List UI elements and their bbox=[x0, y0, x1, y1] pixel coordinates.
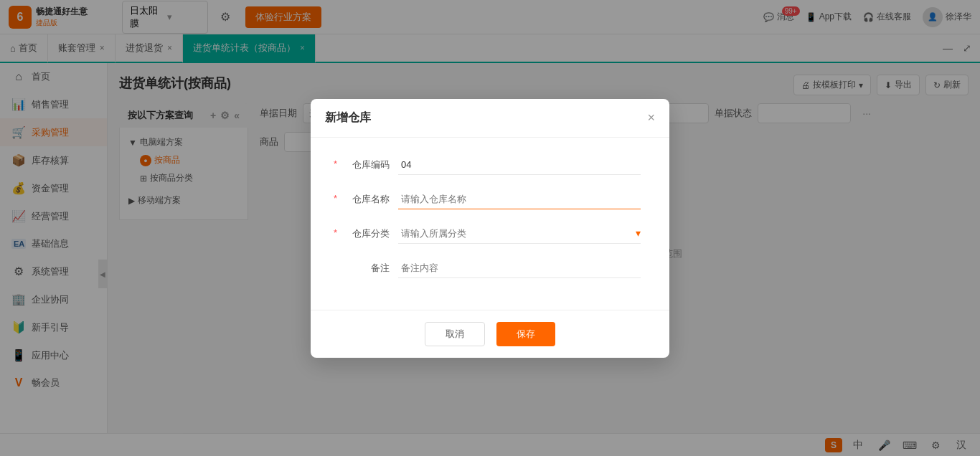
warehouse-name-input[interactable] bbox=[398, 189, 641, 209]
dialog-body: 仓库编码 仓库名称 仓库分类 ▾ 备注 bbox=[311, 138, 669, 310]
warehouse-code-input[interactable] bbox=[398, 155, 641, 175]
warehouse-name-row: 仓库名称 bbox=[339, 189, 641, 209]
code-label: 仓库编码 bbox=[339, 158, 390, 171]
warehouse-category-row: 仓库分类 ▾ bbox=[339, 224, 641, 244]
warehouse-note-input[interactable] bbox=[398, 258, 641, 278]
warehouse-category-input[interactable] bbox=[398, 224, 636, 243]
warehouse-note-row: 备注 bbox=[339, 258, 641, 278]
dialog-close-button[interactable]: × bbox=[647, 110, 655, 125]
category-input-wrap: ▾ bbox=[398, 224, 641, 244]
warehouse-code-row: 仓库编码 bbox=[339, 155, 641, 175]
note-label: 备注 bbox=[339, 262, 390, 275]
dialog-footer: 取消 保存 bbox=[311, 310, 669, 358]
category-dropdown-icon[interactable]: ▾ bbox=[636, 227, 641, 239]
category-label: 仓库分类 bbox=[339, 227, 390, 240]
modal-overlay[interactable]: 新增仓库 × 仓库编码 仓库名称 仓库分类 ▾ bbox=[0, 0, 980, 456]
new-warehouse-dialog: 新增仓库 × 仓库编码 仓库名称 仓库分类 ▾ bbox=[311, 99, 669, 358]
save-button[interactable]: 保存 bbox=[496, 322, 555, 346]
cancel-button[interactable]: 取消 bbox=[425, 322, 485, 346]
dialog-header: 新增仓库 × bbox=[311, 99, 669, 138]
dialog-title: 新增仓库 bbox=[325, 110, 371, 125]
name-label: 仓库名称 bbox=[339, 193, 390, 206]
